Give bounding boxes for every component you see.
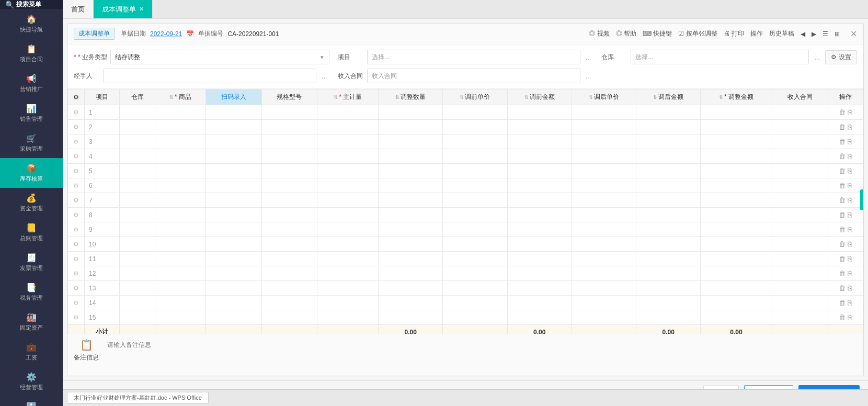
sidebar-item-fixed-assets[interactable]: 🏭 固定资产 xyxy=(0,307,63,337)
row-settings-icon[interactable]: ⚙ xyxy=(73,314,79,321)
warehouse-ellipsis[interactable]: ... xyxy=(812,53,822,61)
warehouse-input[interactable]: 选择... xyxy=(631,50,809,64)
cell-action-9[interactable]: 🗑 ⎘ xyxy=(828,222,863,237)
delete-icon-15[interactable]: 🗑 xyxy=(839,313,846,321)
cell-settings-2[interactable]: ⚙ xyxy=(68,120,85,134)
copy-icon-13[interactable]: ⎘ xyxy=(848,284,852,292)
handler-ellipsis[interactable]: ... xyxy=(319,72,329,80)
row-settings-icon[interactable]: ⚙ xyxy=(73,211,79,219)
cell-settings-8[interactable]: ⚙ xyxy=(68,208,85,222)
cell-action-13[interactable]: 🗑 ⎘ xyxy=(828,281,863,296)
business-type-select[interactable]: 结存调整 ▼ xyxy=(110,50,329,64)
cell-settings-15[interactable]: ⚙ xyxy=(68,310,85,325)
notes-input[interactable] xyxy=(105,339,857,370)
sidebar-item-basic-info[interactable]: ℹ️ 基础信息 xyxy=(0,397,63,406)
cell-action-2[interactable]: 🗑 ⎘ xyxy=(828,120,863,134)
delete-icon-5[interactable]: 🗑 xyxy=(839,167,846,175)
toolbar-prev[interactable]: ◀ xyxy=(801,30,805,38)
cell-settings-1[interactable]: ⚙ xyxy=(68,105,85,120)
tab-cost-adjust[interactable]: 成本调整单✕ xyxy=(94,0,153,18)
toolbar-shortcut[interactable]: ⌨ 快捷键 xyxy=(643,29,672,38)
delete-icon-7[interactable]: 🗑 xyxy=(839,196,846,204)
sidebar-item-project-contract[interactable]: 📋 项目合同 xyxy=(0,39,63,69)
project-input[interactable]: 选择... xyxy=(367,50,580,64)
toolbar-operation[interactable]: 操作 xyxy=(750,29,763,38)
delete-icon-1[interactable]: 🗑 xyxy=(839,108,846,116)
row-settings-icon[interactable]: ⚙ xyxy=(73,109,79,116)
income-contract-ellipsis[interactable]: ... xyxy=(584,72,593,80)
toolbar-layout2[interactable]: ⊞ xyxy=(835,30,840,38)
toolbar-print[interactable]: 🖨 打印 xyxy=(724,29,744,38)
delete-icon-8[interactable]: 🗑 xyxy=(839,211,846,219)
cell-action-5[interactable]: 🗑 ⎘ xyxy=(828,164,863,178)
delete-icon-13[interactable]: 🗑 xyxy=(839,284,846,292)
delete-icon-2[interactable]: 🗑 xyxy=(839,123,846,131)
table-container[interactable]: ⚙项目仓库⇅* 商品扫码录入规格型号⇅* 主计量⇅调整数量⇅调前单价⇅调前金额⇅… xyxy=(67,89,863,334)
cell-action-11[interactable]: 🗑 ⎘ xyxy=(828,252,863,266)
sidebar-item-ops-mgmt[interactable]: ⚙️ 经营管理 xyxy=(0,367,63,397)
toolbar-check[interactable]: ☑ 按单张调整 xyxy=(678,29,717,38)
copy-icon-3[interactable]: ⎘ xyxy=(848,138,852,145)
cell-settings-13[interactable]: ⚙ xyxy=(68,281,85,296)
delete-icon-11[interactable]: 🗑 xyxy=(839,255,846,263)
sidebar-item-ledger-mgmt[interactable]: 📒 总账管理 xyxy=(0,218,63,247)
row-settings-icon[interactable]: ⚙ xyxy=(73,197,79,204)
toolbar-layout1[interactable]: ☰ xyxy=(823,30,828,38)
cell-settings-11[interactable]: ⚙ xyxy=(68,252,85,266)
row-settings-icon[interactable]: ⚙ xyxy=(73,123,79,131)
cell-settings-9[interactable]: ⚙ xyxy=(68,222,85,237)
row-settings-icon[interactable]: ⚙ xyxy=(73,299,79,307)
close-panel-button[interactable]: ✕ xyxy=(850,29,857,39)
row-settings-icon[interactable]: ⚙ xyxy=(73,226,79,233)
cell-settings-7[interactable]: ⚙ xyxy=(68,193,85,208)
toolbar-view[interactable]: ◎ 视频 xyxy=(589,29,609,38)
sidebar-item-invoice-mgmt[interactable]: 🧾 发票管理 xyxy=(0,247,63,277)
toolbar-history[interactable]: 历史草稿 xyxy=(769,29,794,38)
row-settings-icon[interactable]: ⚙ xyxy=(73,182,79,189)
sidebar-item-sales-promotion[interactable]: 📢 营销推广 xyxy=(0,69,63,98)
project-ellipsis[interactable]: ... xyxy=(584,53,593,61)
cell-settings-3[interactable]: ⚙ xyxy=(68,134,85,149)
cell-settings-5[interactable]: ⚙ xyxy=(68,164,85,178)
copy-icon-12[interactable]: ⎘ xyxy=(848,269,852,277)
copy-icon-2[interactable]: ⎘ xyxy=(848,123,852,131)
handler-input[interactable] xyxy=(103,69,316,83)
cell-action-7[interactable]: 🗑 ⎘ xyxy=(828,193,863,208)
cell-action-14[interactable]: 🗑 ⎘ xyxy=(828,296,863,310)
row-settings-icon[interactable]: ⚙ xyxy=(73,138,79,145)
calendar-icon[interactable]: 📅 xyxy=(186,30,194,38)
copy-icon-10[interactable]: ⎘ xyxy=(848,240,852,248)
copy-icon-6[interactable]: ⎘ xyxy=(848,182,852,189)
toolbar-help[interactable]: ◎ 帮助 xyxy=(616,29,636,38)
row-settings-icon[interactable]: ⚙ xyxy=(73,255,79,263)
sidebar-item-inventory[interactable]: 📦 库存核算 xyxy=(0,158,63,188)
row-settings-icon[interactable]: ⚙ xyxy=(73,167,79,175)
copy-icon-14[interactable]: ⎘ xyxy=(848,299,852,307)
delete-icon-14[interactable]: 🗑 xyxy=(839,299,846,307)
logo-text[interactable]: 搜索菜单 xyxy=(16,0,41,9)
sidebar-item-quick-nav[interactable]: 🏠 快捷导航 xyxy=(0,9,63,39)
cell-settings-14[interactable]: ⚙ xyxy=(68,296,85,310)
cell-action-10[interactable]: 🗑 ⎘ xyxy=(828,237,863,252)
income-contract-input[interactable]: 收入合同 xyxy=(367,69,580,83)
delete-icon-12[interactable]: 🗑 xyxy=(839,269,846,277)
copy-icon-8[interactable]: ⎘ xyxy=(848,211,852,219)
copy-icon-5[interactable]: ⎘ xyxy=(848,167,852,175)
cell-action-1[interactable]: 🗑 ⎘ xyxy=(828,105,863,120)
copy-icon-11[interactable]: ⎘ xyxy=(848,255,852,263)
cell-action-4[interactable]: 🗑 ⎘ xyxy=(828,149,863,164)
sidebar-item-funds-mgmt[interactable]: 💰 资金管理 xyxy=(0,188,63,218)
delete-icon-10[interactable]: 🗑 xyxy=(839,240,846,248)
settings-button[interactable]: ⚙ 设置 xyxy=(825,50,857,64)
copy-icon-1[interactable]: ⎘ xyxy=(848,108,852,116)
tab-home[interactable]: 首页 xyxy=(63,0,94,18)
cell-action-12[interactable]: 🗑 ⎘ xyxy=(828,266,863,281)
delete-icon-4[interactable]: 🗑 xyxy=(839,152,846,160)
tab-close-cost-adjust[interactable]: ✕ xyxy=(139,6,144,13)
row-settings-icon[interactable]: ⚙ xyxy=(73,241,79,248)
cell-settings-6[interactable]: ⚙ xyxy=(68,178,85,193)
delete-icon-9[interactable]: 🗑 xyxy=(839,225,846,233)
copy-icon-9[interactable]: ⎘ xyxy=(848,225,852,233)
row-settings-icon[interactable]: ⚙ xyxy=(73,270,79,277)
cell-settings-12[interactable]: ⚙ xyxy=(68,266,85,281)
